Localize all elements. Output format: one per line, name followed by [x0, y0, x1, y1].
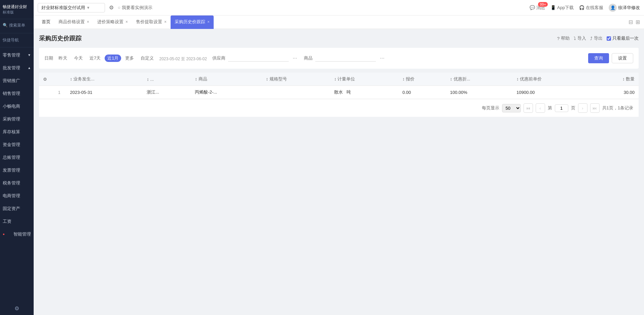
col-spec[interactable]: ↕ 规格型号: [262, 73, 330, 86]
pagination-last-btn[interactable]: ⏭: [590, 103, 600, 113]
sidebar-item-ledger[interactable]: 总账管理: [0, 151, 34, 164]
sidebar-item-tax[interactable]: 税务管理: [0, 177, 34, 189]
sidebar-search[interactable]: 🔍 搜索菜单: [0, 19, 34, 32]
pagination-prev-btn[interactable]: ‹: [536, 103, 545, 113]
page-input[interactable]: [555, 104, 568, 112]
messages-button[interactable]: 💬 消息 99+: [530, 5, 545, 11]
tab-product-price[interactable]: 商品价格设置 ×: [55, 15, 93, 29]
sidebar-item-marketing-label: 营销推广: [3, 78, 20, 84]
row-gear[interactable]: [39, 86, 52, 99]
play-icon: ○: [118, 5, 120, 10]
app-download-button[interactable]: 📱 App下载: [550, 5, 574, 11]
online-service-button[interactable]: 🎧 在线客服: [579, 5, 603, 11]
tab-price-extract[interactable]: 售价提取设置 ×: [132, 15, 171, 29]
settings-button[interactable]: 设置: [612, 53, 633, 63]
date-opt-more[interactable]: 更多: [122, 55, 137, 62]
tab-purchase-history-label: 采购历史价跟踪: [175, 19, 205, 25]
close-icon[interactable]: ×: [87, 20, 89, 24]
product-input[interactable]: [315, 55, 376, 62]
sidebar-item-assets-label: 固定资产: [3, 206, 20, 212]
help-button[interactable]: ? 帮助: [557, 35, 570, 41]
sidebar-item-finance[interactable]: 资金管理: [0, 138, 34, 151]
tab-minimize-icon[interactable]: ⊟: [629, 19, 633, 25]
data-table: ⚙ ↕ 业务发生... ↕ ... ↕ 商品 ↕ 规格型号 ↕ 计量单位 ↕ 报…: [39, 73, 639, 99]
sidebar-item-marketing[interactable]: 营销推广: [0, 74, 34, 87]
sidebar: 畅捷通好业财 标准版 🔍 搜索菜单 快捷导航 零售管理 ▼ 批发管理 ▲ 营销推…: [0, 0, 34, 315]
date-opt-1month[interactable]: 近1月: [105, 55, 121, 62]
sidebar-item-assets[interactable]: 固定资产: [0, 202, 34, 215]
sidebar-item-ecommerce-label: 电商管理: [3, 193, 20, 199]
last-only-checkbox-label[interactable]: 只看最后一次: [607, 35, 639, 41]
mobile-icon: 📱: [550, 5, 556, 10]
sidebar-item-inventory[interactable]: 库存核算: [0, 126, 34, 138]
sidebar-search-label: 搜索菜单: [9, 23, 25, 28]
export-label: 导出: [594, 35, 603, 41]
user-name: 徐泽华修改: [618, 5, 640, 11]
sidebar-divider-1: [0, 33, 34, 33]
sidebar-item-invoice[interactable]: 发票管理: [0, 164, 34, 177]
col-product[interactable]: ↕ 商品: [191, 73, 262, 86]
tab-home[interactable]: 首页: [38, 15, 55, 29]
close-icon[interactable]: ×: [207, 20, 210, 24]
sidebar-item-ecommerce[interactable]: 电商管理: [0, 189, 34, 202]
selector-chevron-icon: ▾: [87, 5, 90, 10]
date-opt-yesterday[interactable]: 昨天: [56, 55, 70, 62]
sidebar-item-intelligent[interactable]: ● 智能管理: [0, 228, 34, 241]
sidebar-item-payroll[interactable]: 工资: [0, 215, 34, 228]
col-quantity[interactable]: ↕ 数量: [591, 73, 639, 86]
col-settings[interactable]: ⚙: [39, 73, 52, 86]
export-button[interactable]: ⤴ 导出: [590, 35, 603, 41]
query-button[interactable]: 查询: [588, 53, 609, 63]
col-discount[interactable]: ↕ 优惠折...: [446, 73, 513, 86]
date-opt-7days[interactable]: 近7天: [87, 55, 103, 62]
sidebar-item-purchase-label: 采购管理: [3, 116, 20, 122]
supplier-dots-icon[interactable]: ···: [291, 55, 298, 61]
demo-button[interactable]: ○ 我要看实例演示: [118, 5, 152, 11]
tab-purchase-history[interactable]: 采购历史价跟踪 ×: [171, 15, 214, 29]
main-area: 好业财标准版交付试用 ▾ ⚙ ○ 我要看实例演示 💬 消息 99+ 📱 App下…: [34, 0, 644, 315]
sidebar-item-sales[interactable]: 销售管理: [0, 87, 34, 100]
col-price[interactable]: ↕ 报价: [398, 73, 446, 86]
help-icon: ?: [557, 36, 560, 41]
topbar-gear-icon[interactable]: ⚙: [108, 3, 115, 12]
close-icon[interactable]: ×: [126, 20, 128, 24]
tab-cost-strategy[interactable]: 进价策略设置 ×: [93, 15, 132, 29]
version-selector[interactable]: 好业财标准版交付试用 ▾: [38, 3, 105, 12]
sidebar-item-inventory-label: 库存核算: [3, 129, 20, 135]
page-label: 第: [548, 105, 552, 111]
app-download-label: App下载: [557, 5, 574, 11]
messages-badge: 99+: [538, 2, 548, 7]
table-row: 1 2023-05-31 浙江... 丙烯酸-2-... 散水 吨 0.00 1…: [39, 86, 639, 99]
pagination-next-btn[interactable]: ›: [578, 103, 587, 113]
date-options: 昨天 今天 近7天 近1月 更多 自定义: [56, 55, 156, 62]
date-opt-custom[interactable]: 自定义: [138, 55, 156, 62]
gear-icon[interactable]: ⚙: [14, 305, 19, 312]
sidebar-item-purchase[interactable]: 采购管理: [0, 113, 34, 126]
supplier-input[interactable]: [228, 55, 289, 62]
col-unit-price[interactable]: ↕ 优惠前单价: [512, 73, 591, 86]
sidebar-quick-nav[interactable]: 快捷导航: [0, 35, 34, 46]
sidebar-item-ecommerce-small[interactable]: 小畅电商: [0, 100, 34, 113]
last-only-checkbox[interactable]: [607, 36, 611, 41]
tab-maximize-icon[interactable]: ⊞: [636, 19, 640, 25]
sidebar-item-retail[interactable]: 零售管理 ▼: [0, 49, 34, 62]
pagination: 每页显示 50 100 200 ⏮ ‹ 第 页 › ⏭ 共1页，1条记录: [39, 99, 639, 117]
sidebar-divider-2: [0, 47, 34, 47]
sidebar-item-wholesale[interactable]: 批发管理 ▲: [0, 62, 34, 74]
col-date[interactable]: ↕ 业务发生...: [66, 73, 143, 86]
product-dots-icon[interactable]: ···: [379, 55, 386, 61]
topbar: 好业财标准版交付试用 ▾ ⚙ ○ 我要看实例演示 💬 消息 99+ 📱 App下…: [34, 0, 644, 15]
red-dot-icon: ●: [3, 232, 5, 236]
pagination-first-btn[interactable]: ⏮: [524, 103, 533, 113]
date-opt-today[interactable]: 今天: [71, 55, 85, 62]
col-extra[interactable]: ↕ ...: [143, 73, 191, 86]
col-unit[interactable]: ↕ 计量单位: [330, 73, 398, 86]
data-table-container: ⚙ ↕ 业务发生... ↕ ... ↕ 商品 ↕ 规格型号 ↕ 计量单位 ↕ 报…: [39, 73, 639, 99]
close-icon[interactable]: ×: [164, 20, 167, 24]
sidebar-item-tax-label: 税务管理: [3, 180, 20, 186]
row-discount: 100.00%: [446, 86, 513, 99]
import-button[interactable]: ⤵ 导入: [574, 35, 586, 41]
user-menu[interactable]: 👤 徐泽华修改: [609, 4, 640, 12]
per-page-select[interactable]: 50 100 200: [502, 104, 521, 112]
online-service-label: 在线客服: [586, 5, 603, 11]
